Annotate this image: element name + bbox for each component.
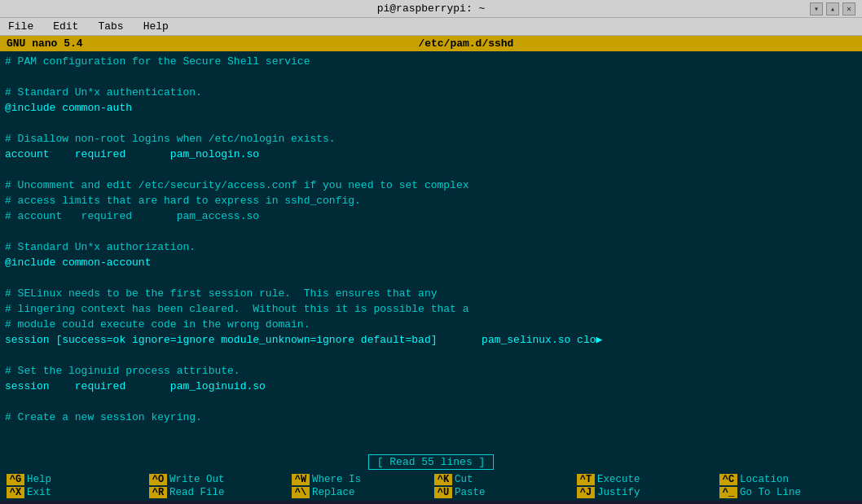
shortcut-key[interactable]: ^U — [434, 487, 452, 498]
menu-help[interactable]: Help — [140, 20, 172, 33]
shortcut-item: ^JJustify — [574, 486, 716, 499]
nano-header-right — [849, 37, 855, 50]
editor-line: # Create a new session keyring. — [5, 410, 857, 426]
editor-line — [5, 348, 857, 364]
menu-bar: File Edit Tabs Help — [0, 18, 862, 36]
editor-line: # Standard Un*x authentication. — [5, 85, 857, 101]
shortcut-label: Exit — [27, 487, 51, 498]
shortcut-item: ^\Replace — [288, 486, 431, 499]
editor-line — [5, 163, 857, 178]
editor-line: @include common-auth — [5, 101, 857, 116]
window-title: pi@raspberrypi: ~ — [377, 2, 486, 15]
editor-line: # Standard Un*x authorization. — [5, 240, 857, 256]
shortcut-label: Go To Line — [740, 487, 801, 498]
shortcut-item: ^CLocation — [716, 473, 859, 486]
editor-line: session [success=ok ignore=ignore module… — [5, 333, 857, 348]
editor-line: @include common-account — [5, 256, 857, 271]
shortcut-key[interactable]: ^C — [719, 474, 737, 485]
editor-line: # Uncomment and edit /etc/security/acces… — [5, 178, 857, 194]
editor-line — [5, 70, 857, 85]
shortcut-key[interactable]: ^T — [577, 474, 595, 485]
close-button[interactable]: ✕ — [842, 2, 855, 15]
shortcut-item: ^RRead File — [146, 486, 288, 499]
shortcut-label: Cut — [455, 474, 473, 485]
shortcut-key[interactable]: ^R — [149, 487, 167, 498]
editor-line — [5, 271, 857, 287]
window-controls[interactable]: ▾ ▴ ✕ — [810, 2, 855, 15]
shortcut-key[interactable]: ^O — [149, 474, 167, 485]
editor-line: # Disallow non-root logins when /etc/nol… — [5, 132, 857, 147]
shortcut-label: Paste — [455, 487, 486, 498]
shortcut-label: Location — [740, 474, 789, 485]
shortcut-key[interactable]: ^_ — [719, 487, 737, 498]
shortcut-item: ^TExecute — [574, 473, 716, 486]
shortcut-bar: ^GHelp^OWrite Out^WWhere Is^KCut^TExecut… — [0, 471, 862, 501]
shortcut-key[interactable]: ^J — [577, 487, 595, 498]
minimize-button[interactable]: ▾ — [810, 2, 823, 15]
editor-line: # access limits that are hard to express… — [5, 194, 857, 209]
menu-tabs[interactable]: Tabs — [95, 20, 126, 33]
status-bar: [ Read 55 lines ] — [0, 453, 862, 471]
shortcut-item: ^OWrite Out — [146, 473, 288, 486]
nano-filename: /etc/pam.d/sshd — [418, 37, 513, 50]
editor-line: session required pam_loginuid.so — [5, 379, 857, 395]
shortcut-item: ^UPaste — [431, 486, 574, 499]
title-bar: pi@raspberrypi: ~ ▾ ▴ ✕ — [0, 0, 862, 18]
maximize-button[interactable]: ▴ — [826, 2, 839, 15]
editor-line — [5, 116, 857, 132]
menu-file[interactable]: File — [5, 20, 37, 33]
shortcut-label: Write Out — [169, 474, 225, 485]
editor-line — [5, 225, 857, 240]
shortcut-label: Where Is — [312, 474, 361, 485]
shortcut-label: Replace — [312, 487, 355, 498]
shortcut-item: ^WWhere Is — [288, 473, 431, 486]
shortcut-label: Help — [27, 474, 51, 485]
editor-line — [5, 395, 857, 410]
nano-version: GNU nano 5.4 — [7, 37, 83, 50]
shortcut-key[interactable]: ^K — [434, 474, 452, 485]
shortcut-label: Justify — [597, 487, 640, 498]
shortcut-key[interactable]: ^W — [292, 474, 310, 485]
shortcut-label: Execute — [597, 474, 640, 485]
editor-line: # SELinux needs to be the first session … — [5, 287, 857, 302]
editor-line: account required pam_nologin.so — [5, 147, 857, 163]
shortcut-label: Read File — [169, 487, 225, 498]
editor-line: # module could execute code in the wrong… — [5, 318, 857, 333]
editor-area[interactable]: # PAM configuration for the Secure Shell… — [0, 51, 862, 453]
shortcut-key[interactable]: ^G — [7, 474, 24, 485]
shortcut-item: ^GHelp — [3, 473, 146, 486]
shortcut-item: ^_Go To Line — [716, 486, 859, 499]
editor-line: # Set the loginuid process attribute. — [5, 364, 857, 379]
status-message: [ Read 55 lines ] — [368, 454, 495, 470]
editor-line: # PAM configuration for the Secure Shell… — [5, 55, 857, 70]
editor-line: # account required pam_access.so — [5, 209, 857, 225]
editor-line: # lingering context has been cleared. Wi… — [5, 302, 857, 318]
shortcut-key[interactable]: ^\ — [292, 487, 310, 498]
shortcut-item: ^KCut — [431, 473, 574, 486]
menu-edit[interactable]: Edit — [50, 20, 81, 33]
nano-header: GNU nano 5.4 /etc/pam.d/sshd — [0, 36, 862, 51]
shortcut-item: ^XExit — [3, 486, 146, 499]
shortcut-key[interactable]: ^X — [7, 487, 24, 498]
